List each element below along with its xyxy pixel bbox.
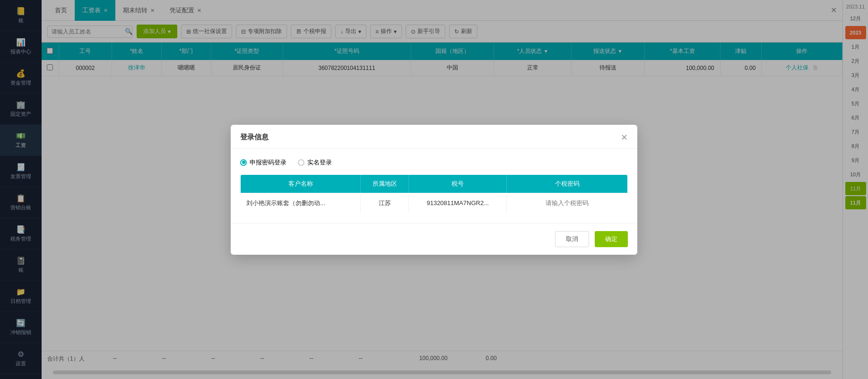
dialog-overlay: 登录信息 ✕ 申报密码登录 实名登录 客户名称 所属地区	[0, 0, 868, 379]
radio-password-dot	[240, 159, 247, 166]
cancel-button[interactable]: 取消	[555, 231, 589, 247]
client-region-cell: 江苏	[361, 193, 409, 213]
client-table: 客户名称 所属地区 税号 个税密码 刘小艳演示账套（勿删勿动... 江苏 913…	[240, 174, 628, 214]
inner-col-client: 客户名称	[241, 174, 361, 193]
tax-password-input[interactable]	[512, 199, 622, 207]
dialog-title: 登录信息	[240, 133, 269, 142]
radio-realname-label: 实名登录	[307, 158, 332, 167]
radio-realname-login[interactable]: 实名登录	[298, 158, 332, 167]
radio-password-login[interactable]: 申报密码登录	[240, 158, 286, 167]
radio-password-label: 申报密码登录	[250, 158, 286, 167]
login-info-dialog: 登录信息 ✕ 申报密码登录 实名登录 客户名称 所属地区	[231, 125, 637, 255]
login-method-group: 申报密码登录 实名登录	[240, 158, 628, 167]
client-row: 刘小艳演示账套（勿删勿动... 江苏 91320811MA7NGR2...	[241, 193, 628, 213]
inner-col-password: 个税密码	[507, 174, 628, 193]
confirm-button[interactable]: 确定	[595, 231, 628, 247]
inner-col-region: 所属地区	[361, 174, 409, 193]
dialog-close-button[interactable]: ✕	[621, 132, 628, 143]
radio-realname-dot	[298, 159, 304, 166]
client-taxno-cell: 91320811MA7NGR2...	[409, 193, 507, 213]
dialog-footer: 取消 确定	[231, 223, 637, 255]
dialog-body: 申报密码登录 实名登录 客户名称 所属地区 税号 个税密码	[231, 149, 637, 223]
client-password-cell[interactable]	[507, 193, 628, 213]
inner-col-taxno: 税号	[409, 174, 507, 193]
client-name-cell: 刘小艳演示账套（勿删勿动...	[241, 193, 361, 213]
dialog-header: 登录信息 ✕	[231, 125, 637, 149]
